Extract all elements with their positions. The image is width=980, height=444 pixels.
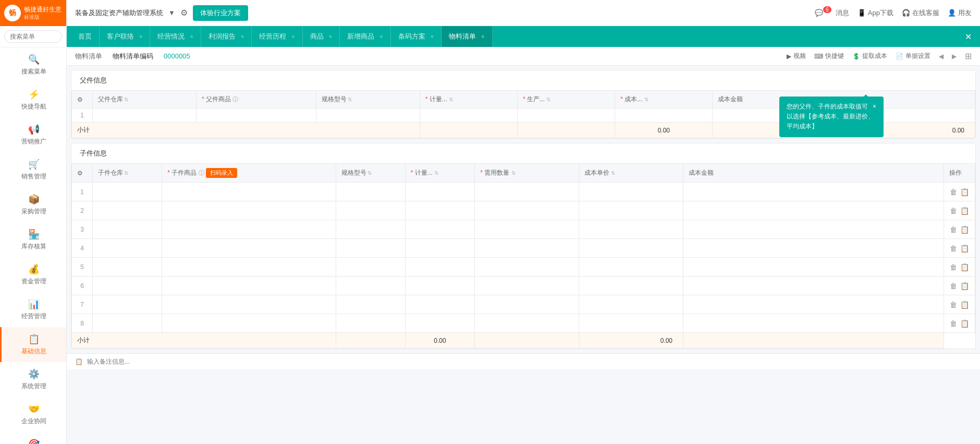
parent-row-product[interactable] xyxy=(196,109,316,123)
child-row-qty[interactable] xyxy=(475,220,579,239)
parent-row-cost[interactable] xyxy=(615,109,713,123)
tab-close-products[interactable]: × xyxy=(329,33,332,40)
trial-button[interactable]: 体验行业方案 xyxy=(193,5,248,21)
child-row-warehouse[interactable] xyxy=(93,295,162,314)
child-row-unit[interactable] xyxy=(405,258,474,277)
child-row-unit[interactable] xyxy=(405,239,474,258)
child-row-qty[interactable] xyxy=(475,239,579,258)
single-settings-button[interactable]: 📄 单据设置 xyxy=(896,52,930,61)
child-row-product[interactable] xyxy=(162,220,336,239)
settings-icon[interactable]: ⚙ xyxy=(180,8,188,18)
child-table-settings-col[interactable]: ⚙ xyxy=(72,164,93,183)
sidebar-item-system[interactable]: ⚙️ 系统管理 xyxy=(0,362,66,397)
child-row-amount[interactable] xyxy=(683,183,944,201)
copy-icon[interactable]: 📋 xyxy=(960,301,969,309)
child-row-warehouse[interactable] xyxy=(93,201,162,220)
search-input[interactable] xyxy=(4,30,62,43)
tab-customers[interactable]: 客户联络 × xyxy=(100,26,150,47)
child-row-unit-cost[interactable] xyxy=(579,295,683,314)
child-row-amount[interactable] xyxy=(683,314,944,333)
child-row-unit-cost[interactable] xyxy=(579,277,683,295)
child-row-qty[interactable] xyxy=(475,183,579,201)
delete-icon[interactable]: 🗑 xyxy=(950,282,957,290)
tab-close-bom[interactable]: × xyxy=(481,33,484,40)
child-row-warehouse[interactable] xyxy=(93,220,162,239)
grid-view-icon[interactable]: ⊞ xyxy=(965,51,972,61)
child-row-unit-cost[interactable] xyxy=(579,258,683,277)
child-row-spec[interactable] xyxy=(336,277,405,295)
child-row-spec[interactable] xyxy=(336,220,405,239)
child-row-unit-cost[interactable] xyxy=(579,239,683,258)
sidebar-item-finance[interactable]: 💰 资金管理 xyxy=(0,257,66,292)
parent-table-settings-col[interactable]: ⚙ xyxy=(72,91,93,109)
child-row-product[interactable] xyxy=(162,314,336,333)
tab-barcode[interactable]: 条码方案 × xyxy=(391,26,442,47)
delete-icon[interactable]: 🗑 xyxy=(950,188,957,196)
scan-input-button[interactable]: 扫码录入 xyxy=(206,168,237,178)
child-row-spec[interactable] xyxy=(336,183,405,201)
online-support-button[interactable]: 🎧 在线客服 xyxy=(902,8,939,18)
child-row-unit[interactable] xyxy=(405,277,474,295)
sidebar-item-inventory[interactable]: 🏪 库存核算 xyxy=(0,222,66,257)
sidebar-item-purchase[interactable]: 📦 采购管理 xyxy=(0,187,66,222)
child-row-amount[interactable] xyxy=(683,220,944,239)
shortcut-button[interactable]: ⌨ 快捷键 xyxy=(814,52,844,61)
child-row-unit-cost[interactable] xyxy=(579,201,683,220)
child-row-warehouse[interactable] xyxy=(93,183,162,201)
copy-icon[interactable]: 📋 xyxy=(960,263,969,271)
child-row-qty[interactable] xyxy=(475,201,579,220)
dropdown-icon[interactable]: ▼ xyxy=(168,9,175,17)
sidebar-item-sales[interactable]: 🛒 销售管理 xyxy=(0,152,66,187)
tab-close-operations[interactable]: × xyxy=(190,33,193,40)
child-row-qty[interactable] xyxy=(475,295,579,314)
copy-icon[interactable]: 📋 xyxy=(960,244,969,253)
child-row-spec[interactable] xyxy=(336,201,405,220)
child-row-unit[interactable] xyxy=(405,201,474,220)
sidebar-item-search[interactable]: 🔍 搜索菜单 xyxy=(0,47,66,82)
tab-products[interactable]: 商品 × xyxy=(303,26,340,47)
sidebar-item-enterprise[interactable]: 🤝 企业协同 xyxy=(0,397,66,432)
parent-row-spec[interactable] xyxy=(316,109,420,123)
tab-new-products[interactable]: 新增商品 × xyxy=(340,26,390,47)
child-row-amount[interactable] xyxy=(683,295,944,314)
copy-icon[interactable]: 📋 xyxy=(960,319,969,328)
message-button[interactable]: 💬 6 消息 xyxy=(815,8,849,18)
child-row-product[interactable] xyxy=(162,183,336,201)
child-row-spec[interactable] xyxy=(336,295,405,314)
child-row-amount[interactable] xyxy=(683,258,944,277)
app-download-button[interactable]: 📱 App下载 xyxy=(858,8,893,18)
breadcrumb-bom-list[interactable]: 物料清单 xyxy=(75,52,102,61)
child-row-unit-cost[interactable] xyxy=(579,220,683,239)
child-row-spec[interactable] xyxy=(336,258,405,277)
copy-icon[interactable]: 📋 xyxy=(960,225,969,234)
tab-history[interactable]: 经营历程 × xyxy=(252,26,302,47)
child-row-spec[interactable] xyxy=(336,239,405,258)
child-row-product[interactable] xyxy=(162,295,336,314)
child-row-warehouse[interactable] xyxy=(93,258,162,277)
nav-prev-icon[interactable]: ◀ xyxy=(939,53,944,60)
parent-row-production[interactable] xyxy=(517,109,615,123)
child-row-amount[interactable] xyxy=(683,201,944,220)
child-row-unit-cost[interactable] xyxy=(579,183,683,201)
child-row-warehouse[interactable] xyxy=(93,314,162,333)
parent-row-unit[interactable] xyxy=(420,109,517,123)
close-all-tabs-button[interactable]: ✕ xyxy=(961,32,976,42)
child-row-unit[interactable] xyxy=(405,183,474,201)
video-button[interactable]: ▶ 视频 xyxy=(787,52,806,61)
tab-close-new-products[interactable]: × xyxy=(379,33,383,40)
child-row-amount[interactable] xyxy=(683,239,944,258)
child-row-product[interactable] xyxy=(162,201,336,220)
nav-next-icon[interactable]: ▶ xyxy=(952,53,957,60)
sidebar-item-quick-nav[interactable]: ⚡ 快捷导航 xyxy=(0,82,66,117)
tooltip-close-button[interactable]: × xyxy=(873,102,876,112)
child-row-warehouse[interactable] xyxy=(93,239,162,258)
delete-icon[interactable]: 🗑 xyxy=(950,301,957,309)
child-row-unit[interactable] xyxy=(405,220,474,239)
sidebar-item-guide[interactable]: 🎯 新手引导 xyxy=(0,432,66,444)
notes-input[interactable] xyxy=(87,358,972,365)
sidebar-item-operations[interactable]: 📊 经营管理 xyxy=(0,292,66,327)
tab-home[interactable]: 首页 xyxy=(71,26,100,47)
child-row-unit[interactable] xyxy=(405,295,474,314)
child-row-product[interactable] xyxy=(162,277,336,295)
child-row-amount[interactable] xyxy=(683,277,944,295)
